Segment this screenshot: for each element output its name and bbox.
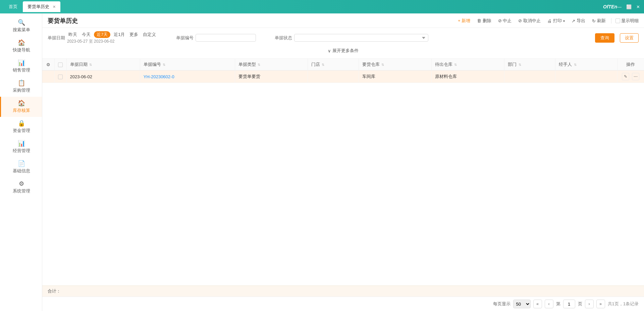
export-label: 导出 [577,18,585,24]
main-layout: 🔍 搜索菜单 🏠 快捷导航 📊 销售管理 📋 采购管理 🏠 库存核算 🔒 资金管… [0,13,644,311]
export-button[interactable]: ↗ 导出 [570,18,587,24]
header-actions: + 新增 🗑 删除 ⊘ 中止 ⊘ 取消中止 🖨 打印 ▾ ↗ 导出 ↻ 刷新 [457,18,639,24]
page-header: 要货单历史 + 新增 🗑 删除 ⊘ 中止 ⊘ 取消中止 🖨 打印 ▾ ↗ 导出 … [42,13,644,28]
sidebar-item-sales-mgmt-label: 销售管理 [13,67,30,73]
col-store: 门店 ⇅ [308,59,359,71]
expand-more-label: 展开更多条件 [332,48,359,54]
sidebar-item-basic-info[interactable]: 📄 基础信息 [0,157,42,177]
tab-requisition-history[interactable]: 要货单历史 ✕ [23,1,60,12]
expand-more-btn[interactable]: ∨ 展开更多条件 [48,46,639,55]
new-button[interactable]: + 新增 [457,18,472,24]
sidebar-item-operations-mgmt[interactable]: 📊 经营管理 [0,137,42,157]
delete-button[interactable]: 🗑 删除 [476,18,493,24]
date-range-display: 2023-05-27 至 2023-06-02 [67,39,157,44]
close-window-icon[interactable]: ✕ [636,4,640,9]
divider [611,18,611,24]
checkbox-detail[interactable] [615,18,620,23]
table-footer: 合计： [42,285,644,297]
col-ops-label: 操作 [626,62,635,67]
col-check [54,59,66,71]
col-pendingwarehouse-sort-icon[interactable]: ⇅ [454,63,457,66]
row-settings-cell [42,71,54,83]
docno-input[interactable] [196,34,256,42]
date-shortcut-buttons: 昨天 今天 近7天 近1月 更多 自定义 [67,31,157,38]
content-area: 要货单历史 + 新增 🗑 删除 ⊘ 中止 ⊘ 取消中止 🖨 打印 ▾ ↗ 导出 … [42,13,644,311]
sidebar-item-inventory[interactable]: 🏠 库存核算 [0,97,42,117]
col-docno-sort-icon[interactable]: ⇅ [163,63,165,66]
date-custom[interactable]: 自定义 [142,31,157,38]
table-header-row: ⚙ 单据日期 ⇅ 单据编号 ⇅ [42,59,644,71]
per-page-select[interactable]: 50 100 200 [513,300,531,308]
tab-home[interactable]: 首页 [4,1,22,12]
date-shortcuts: 昨天 今天 近7天 近1月 更多 自定义 2023-05-27 至 2023-0… [67,31,157,44]
page-number-input[interactable]: 1 [563,300,575,308]
show-detail-label: 显示明细 [621,18,639,24]
date-filter: 单据日期 昨天 今天 近7天 近1月 更多 自定义 2023-05-27 至 2… [48,31,157,44]
row-edit-icon[interactable]: ✎ [622,73,629,80]
row-checkbox[interactable] [58,75,63,79]
col-pendingwarehouse: 待出仓库 ⇅ [431,59,504,71]
status-filter-label: 单据状态 [275,35,292,41]
date-last1month[interactable]: 近1月 [112,31,126,38]
search-menu-icon: 🔍 [18,19,25,26]
sidebar-item-operations-mgmt-label: 经营管理 [13,148,30,154]
first-page-button[interactable]: « [533,300,542,308]
sidebar-item-quick-nav[interactable]: 🏠 快捷导航 [0,36,42,56]
col-dept: 部门 ⇅ [504,59,555,71]
cancel-stop-button[interactable]: ⊘ 取消中止 [517,18,542,24]
sidebar-item-finance-mgmt-label: 资金管理 [13,128,30,134]
maximize-icon[interactable]: ⬜ [626,4,632,9]
sidebar-item-search-menu[interactable]: 🔍 搜索菜单 [0,16,42,36]
tab-requisition-history-label: 要货单历史 [28,4,49,10]
print-button[interactable]: 🖨 打印 ▾ [546,18,566,24]
row-reqwarehouse: 车间库 [359,71,431,83]
date-more[interactable]: 更多 [128,31,140,38]
sidebar-item-quick-nav-label: 快捷导航 [13,47,30,53]
prev-page-button[interactable]: ‹ [545,300,553,308]
select-all-checkbox[interactable] [58,62,63,67]
row-more-icon[interactable]: ⋯ [632,73,639,80]
finance-mgmt-icon: 🔒 [18,120,25,126]
refresh-button[interactable]: ↻ 刷新 [591,18,607,24]
next-page-button[interactable]: › [585,300,594,308]
row-date: 2023-06-02 [66,71,140,83]
minimize-icon[interactable]: — [617,4,622,9]
row-pendingwarehouse: 原材料仓库 [431,71,504,83]
last-page-button[interactable]: » [596,300,605,308]
sales-mgmt-icon: 📊 [18,60,25,66]
total-label: 合计： [48,288,61,294]
query-button[interactable]: 查询 [595,33,614,43]
stop-button[interactable]: ⊘ 中止 [497,18,513,24]
sidebar-item-system-mgmt-label: 系统管理 [13,188,30,194]
col-handler-sort-icon[interactable]: ⇅ [574,63,577,66]
basic-info-icon: 📄 [18,161,25,167]
date-today[interactable]: 今天 [80,31,92,38]
date-last7days[interactable]: 近7天 [94,31,110,38]
date-yesterday[interactable]: 昨天 [67,31,78,38]
sidebar-item-sales-mgmt[interactable]: 📊 销售管理 [0,56,42,77]
row-docno-link[interactable]: YH-20230602-0 [144,74,174,79]
col-date-sort-icon[interactable]: ⇅ [89,63,92,66]
docno-filter: 单据编号 [176,34,256,42]
col-reqwarehouse-sort-icon[interactable]: ⇅ [381,63,384,66]
show-detail-button[interactable]: 显示明细 [615,18,639,24]
col-store-sort-icon[interactable]: ⇅ [322,63,324,66]
col-docno: 单据编号 ⇅ [140,59,235,71]
sidebar-item-finance-mgmt[interactable]: 🔒 资金管理 [0,117,42,137]
status-select[interactable] [294,34,428,42]
col-dept-sort-icon[interactable]: ⇅ [519,63,521,66]
sidebar-item-purchase-mgmt[interactable]: 📋 采购管理 [0,77,42,97]
operations-mgmt-icon: 📊 [18,140,25,146]
date-filter-label: 单据日期 [48,35,65,41]
col-reqwarehouse-label: 要货仓库 [362,62,380,67]
col-doctype-sort-icon[interactable]: ⇅ [258,63,260,66]
tab-close-icon[interactable]: ✕ [53,5,56,9]
print-label: 打印 [553,18,562,24]
sidebar-item-system-mgmt[interactable]: ⚙ 系统管理 [0,177,42,197]
settings-col-icon[interactable]: ⚙ [46,62,50,67]
window-controls: — ⬜ ✕ [617,4,640,9]
filter-row-1: 单据日期 昨天 今天 近7天 近1月 更多 自定义 2023-05-27 至 2… [48,31,639,44]
col-reqwarehouse: 要货仓库 ⇅ [359,59,431,71]
row-doctype: 要货单要货 [235,71,308,83]
settings-button[interactable]: 设置 [620,33,639,43]
